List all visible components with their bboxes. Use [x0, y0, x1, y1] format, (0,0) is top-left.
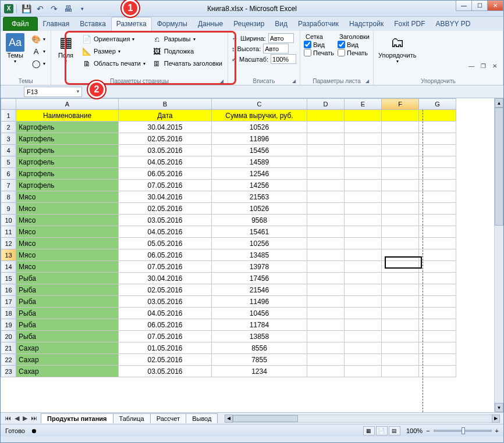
cell[interactable]: Мясо [16, 215, 119, 226]
cell[interactable]: Мясо [16, 238, 119, 249]
cell[interactable]: 01.05.2016 [119, 342, 212, 354]
cell[interactable]: 07.05.2016 [119, 180, 212, 191]
cell[interactable] [307, 180, 345, 191]
cell[interactable] [307, 203, 345, 215]
cell[interactable]: 12546 [212, 168, 307, 180]
cell[interactable]: 05.05.2016 [119, 238, 212, 249]
cell[interactable] [345, 284, 382, 296]
tab-data[interactable]: Данные [193, 17, 228, 31]
orientation-button[interactable]: 📄Ориентация ▾ [80, 33, 147, 45]
cell[interactable]: 30.04.2015 [119, 122, 212, 133]
cell[interactable]: 13978 [212, 261, 307, 273]
cell[interactable] [419, 180, 456, 191]
undo-button[interactable]: ↶ [34, 2, 47, 15]
cell[interactable]: 03.05.2016 [119, 366, 212, 377]
sheet-nav-first[interactable]: ⏮ [3, 415, 13, 422]
cell[interactable]: 15456 [212, 145, 307, 156]
cell[interactable]: Картофель [16, 145, 119, 156]
cell[interactable] [345, 331, 382, 342]
cell[interactable] [307, 133, 345, 145]
row-header[interactable]: 22 [1, 354, 16, 366]
cell[interactable]: Сахар [16, 354, 119, 366]
tab-review[interactable]: Рецензир [228, 17, 269, 31]
cell[interactable] [382, 342, 419, 354]
cell[interactable] [419, 156, 456, 168]
cell[interactable] [419, 133, 456, 145]
cell[interactable] [345, 133, 382, 145]
gridlines-view-checkbox[interactable]: Вид [304, 41, 334, 48]
cell[interactable] [345, 261, 382, 273]
cell[interactable]: 06.05.2016 [119, 249, 212, 261]
cell[interactable]: 10256 [212, 238, 307, 249]
column-header[interactable]: D [307, 99, 345, 110]
cell[interactable] [307, 226, 345, 238]
gridlines-print-checkbox[interactable]: Печать [304, 49, 334, 56]
cell[interactable] [419, 168, 456, 180]
row-header[interactable]: 17 [1, 296, 16, 308]
cell[interactable] [307, 273, 345, 284]
tab-abbyy[interactable]: ABBYY PD [431, 17, 476, 31]
sheet-tab[interactable]: Вывод [186, 413, 218, 423]
cell[interactable]: 03.05.2016 [119, 145, 212, 156]
view-pagebreak-button[interactable]: ▤ [389, 426, 400, 435]
formula-input[interactable] [104, 87, 503, 97]
doc-close-button[interactable]: ✕ [489, 61, 500, 70]
cell[interactable] [419, 273, 456, 284]
row-header[interactable]: 6 [1, 168, 16, 180]
cell[interactable] [307, 238, 345, 249]
cell[interactable] [382, 191, 419, 203]
cell[interactable] [382, 308, 419, 319]
cell[interactable] [419, 203, 456, 215]
cell[interactable] [419, 226, 456, 238]
row-header[interactable]: 7 [1, 180, 16, 191]
cell[interactable] [382, 261, 419, 273]
tab-view[interactable]: Вид [269, 17, 293, 31]
cell[interactable]: 17456 [212, 273, 307, 284]
cell[interactable] [382, 284, 419, 296]
cell[interactable] [307, 249, 345, 261]
sheet-nav-prev[interactable]: ◀ [13, 415, 21, 422]
headings-view-checkbox[interactable]: Вид [338, 41, 370, 48]
cell[interactable] [419, 284, 456, 296]
cell[interactable] [307, 122, 345, 133]
row-header[interactable]: 13 [1, 249, 16, 261]
cell[interactable]: Рыба [16, 319, 119, 331]
column-header[interactable]: A [16, 99, 119, 110]
cell[interactable]: 03.05.2016 [119, 296, 212, 308]
margins-button[interactable]: ▦ Поля ▾ [54, 32, 78, 65]
cell[interactable]: 02.05.2016 [119, 354, 212, 366]
tab-home[interactable]: Главная [38, 17, 75, 31]
cell[interactable]: Наименование [16, 110, 119, 122]
cell[interactable]: Сахар [16, 366, 119, 377]
cell[interactable] [382, 133, 419, 145]
tab-file[interactable]: Файл [3, 17, 38, 31]
cell[interactable]: 30.04.2016 [119, 191, 212, 203]
cell[interactable] [382, 156, 419, 168]
grid[interactable]: ABCDEFG1НаименованиеДатаСумма выручки, р… [1, 98, 456, 377]
cell[interactable] [345, 342, 382, 354]
macro-record-icon[interactable]: ⏺ [31, 427, 37, 434]
tab-foxit[interactable]: Foxit PDF [389, 17, 430, 31]
cell[interactable] [419, 145, 456, 156]
row-header[interactable]: 15 [1, 273, 16, 284]
cell[interactable]: 02.05.2016 [119, 133, 212, 145]
cell[interactable]: 9568 [212, 215, 307, 226]
cell[interactable]: 15461 [212, 226, 307, 238]
cell[interactable]: 13485 [212, 249, 307, 261]
scale-height-input[interactable] [263, 44, 289, 53]
tab-formulas[interactable]: Формулы [152, 17, 193, 31]
cell[interactable]: Сахар [16, 342, 119, 354]
zoom-in-button[interactable]: + [495, 427, 499, 434]
size-button[interactable]: 📐Размер ▾ [80, 45, 147, 57]
minimize-button[interactable]: — [456, 1, 472, 11]
themes-button[interactable]: Aa Темы ▾ [3, 32, 27, 65]
cell[interactable] [345, 238, 382, 249]
cell[interactable] [419, 191, 456, 203]
cell[interactable] [382, 180, 419, 191]
cell[interactable]: 11496 [212, 296, 307, 308]
row-header[interactable]: 2 [1, 122, 16, 133]
maximize-button[interactable]: ☐ [471, 1, 488, 11]
cell[interactable]: 14256 [212, 180, 307, 191]
tab-page-layout[interactable]: Разметка [111, 17, 152, 31]
cell[interactable]: Мясо [16, 226, 119, 238]
